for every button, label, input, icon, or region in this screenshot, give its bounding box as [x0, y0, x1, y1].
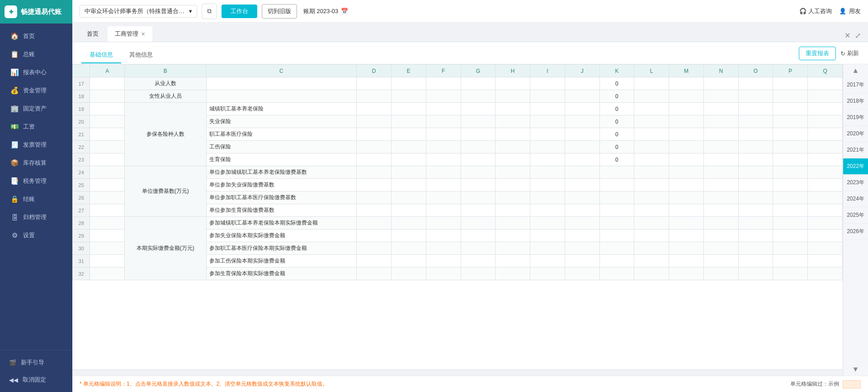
sidebar-item-assets[interactable]: 🏢固定资产	[0, 100, 72, 118]
company-select[interactable]: 中审众环会计师事务所（特殊普通合伙... ▾	[80, 5, 197, 18]
cell-c-17[interactable]	[206, 77, 357, 90]
cell-k-23[interactable]: 0	[599, 153, 634, 166]
cell-empty-31-4[interactable]	[495, 255, 530, 268]
cell-empty-26-1[interactable]	[391, 191, 426, 204]
cell-empty-19-4[interactable]	[495, 103, 530, 115]
cell-empty-24-0[interactable]	[357, 166, 392, 179]
sidebar-item-ledger[interactable]: 📋总账	[0, 45, 72, 63]
cell-empty-28-6[interactable]	[565, 217, 599, 229]
cell-right-23-0[interactable]	[634, 153, 669, 166]
cell-empty-29-5[interactable]	[530, 229, 565, 242]
cell-empty-30-2[interactable]	[426, 242, 461, 255]
sidebar-item-tax[interactable]: 📑税务管理	[0, 172, 72, 190]
cell-right-31-5[interactable]	[808, 255, 843, 268]
cell-right-32-2[interactable]	[703, 268, 738, 280]
cell-right-19-1[interactable]	[669, 103, 704, 115]
year-item-2020[interactable]: 2020年	[843, 126, 868, 142]
cell-c-18[interactable]	[206, 90, 357, 103]
horizontal-scrollbar[interactable]	[72, 369, 843, 376]
year-item-2017[interactable]: 2017年	[843, 77, 868, 93]
cell-empty-20-0[interactable]	[357, 115, 392, 128]
cell-right-31-3[interactable]	[738, 255, 773, 268]
cell-a-28[interactable]	[90, 217, 125, 229]
cell-right-22-0[interactable]	[634, 141, 669, 153]
cell-empty-27-2[interactable]	[426, 204, 461, 217]
cell-empty-24-2[interactable]	[426, 166, 461, 179]
tab-close-bizmanage[interactable]: ✕	[141, 31, 145, 37]
cell-empty-29-4[interactable]	[495, 229, 530, 242]
cell-right-20-4[interactable]	[773, 115, 808, 128]
cell-a-23[interactable]	[90, 153, 125, 166]
cell-right-21-4[interactable]	[773, 128, 808, 141]
cell-right-29-5[interactable]	[808, 229, 843, 242]
cell-right-22-5[interactable]	[808, 141, 843, 153]
sidebar-item-wages[interactable]: 💵工资	[0, 118, 72, 136]
cell-right-27-4[interactable]	[773, 204, 808, 217]
cell-c-20[interactable]: 失业保险	[206, 115, 357, 128]
cell-right-28-1[interactable]	[669, 217, 704, 229]
cell-empty-27-1[interactable]	[391, 204, 426, 217]
cell-empty-21-3[interactable]	[461, 128, 495, 141]
cell-right-29-2[interactable]	[703, 229, 738, 242]
cell-empty-24-6[interactable]	[565, 166, 599, 179]
cell-right-29-1[interactable]	[669, 229, 704, 242]
cell-b-18[interactable]: 女性从业人员	[125, 90, 206, 103]
sidebar-item-inventory[interactable]: 📦库存核算	[0, 154, 72, 172]
company-dropdown-icon[interactable]: ▾	[189, 8, 192, 14]
cell-a-25[interactable]	[90, 179, 125, 191]
cell-right-21-0[interactable]	[634, 128, 669, 141]
cell-empty-30-1[interactable]	[391, 242, 426, 255]
cell-right-20-1[interactable]	[669, 115, 704, 128]
cell-empty-23-4[interactable]	[495, 153, 530, 166]
cell-a-18[interactable]	[90, 90, 125, 103]
cell-k-29[interactable]	[599, 229, 634, 242]
cell-empty-29-3[interactable]	[461, 229, 495, 242]
cell-empty-31-1[interactable]	[391, 255, 426, 268]
cell-empty-18-3[interactable]	[461, 90, 495, 103]
year-item-2023[interactable]: 2023年	[843, 175, 868, 191]
cell-right-22-1[interactable]	[669, 141, 704, 153]
cell-empty-31-3[interactable]	[461, 255, 495, 268]
cell-empty-25-4[interactable]	[495, 179, 530, 191]
cell-k-26[interactable]	[599, 191, 634, 204]
cell-right-20-0[interactable]	[634, 115, 669, 128]
cell-k-32[interactable]	[599, 268, 634, 280]
cell-right-28-4[interactable]	[773, 217, 808, 229]
year-prev-button[interactable]: ▲	[843, 64, 868, 77]
cell-right-22-2[interactable]	[703, 141, 738, 153]
cell-right-26-5[interactable]	[808, 191, 843, 204]
cell-empty-28-4[interactable]	[495, 217, 530, 229]
cell-empty-22-2[interactable]	[426, 141, 461, 153]
consult-button[interactable]: 🎧 人工咨询	[799, 7, 832, 15]
cell-k-17[interactable]: 0	[599, 77, 634, 90]
cell-empty-23-0[interactable]	[357, 153, 392, 166]
cell-right-19-3[interactable]	[738, 103, 773, 115]
tab-home[interactable]: 首页	[80, 26, 106, 42]
cell-right-21-2[interactable]	[703, 128, 738, 141]
year-item-2019[interactable]: 2019年	[843, 110, 868, 126]
cell-empty-22-3[interactable]	[461, 141, 495, 153]
cell-right-26-3[interactable]	[738, 191, 773, 204]
cell-right-31-0[interactable]	[634, 255, 669, 268]
cell-empty-20-1[interactable]	[391, 115, 426, 128]
cell-empty-22-6[interactable]	[565, 141, 599, 153]
cell-right-30-2[interactable]	[703, 242, 738, 255]
cell-right-32-4[interactable]	[773, 268, 808, 280]
cell-empty-23-1[interactable]	[391, 153, 426, 166]
cell-empty-27-6[interactable]	[565, 204, 599, 217]
cell-c-32[interactable]: 参加生育保险本期实际缴费金额	[206, 268, 357, 280]
cell-k-19[interactable]: 0	[599, 103, 634, 115]
cell-c-27[interactable]: 单位参加生育保险缴费基数	[206, 204, 357, 217]
cell-right-31-4[interactable]	[773, 255, 808, 268]
sidebar-footer-unpin[interactable]: ◀◀取消固定	[0, 371, 72, 388]
cell-empty-21-0[interactable]	[357, 128, 392, 141]
cell-empty-29-6[interactable]	[565, 229, 599, 242]
cell-empty-21-6[interactable]	[565, 128, 599, 141]
cell-right-23-2[interactable]	[703, 153, 738, 166]
cell-empty-29-0[interactable]	[357, 229, 392, 242]
cell-right-17-1[interactable]	[669, 77, 704, 90]
cell-right-18-0[interactable]	[634, 90, 669, 103]
cell-right-23-5[interactable]	[808, 153, 843, 166]
cell-right-21-3[interactable]	[738, 128, 773, 141]
cell-right-18-2[interactable]	[703, 90, 738, 103]
